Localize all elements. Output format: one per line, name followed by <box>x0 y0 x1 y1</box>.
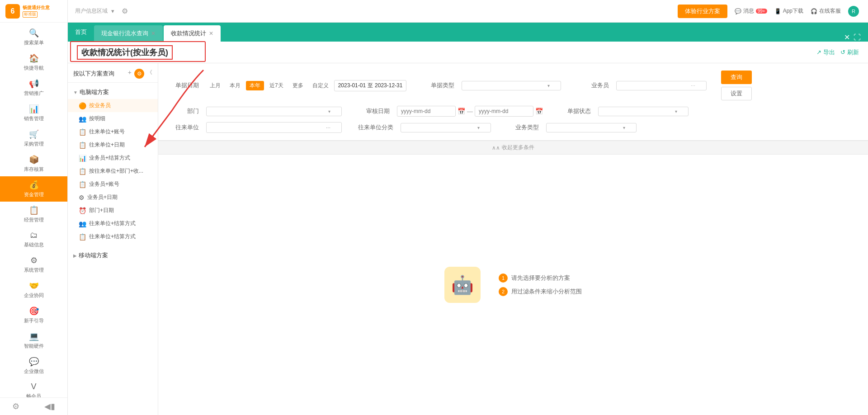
audit-date-from[interactable] <box>397 106 456 117</box>
sidebar-item-finance[interactable]: 💰 资金管理 <box>0 176 67 202</box>
sidebar-item-purchase[interactable]: 🛒 采购管理 <box>0 126 67 151</box>
tab-bank-query[interactable]: 现金银行流水查询 ✕ <box>94 25 163 42</box>
tab-bar-close-all-btn[interactable]: ✕ <box>844 33 850 42</box>
scheme-partner-settlement-2[interactable]: 📋 往来单位+结算方式 <box>68 230 158 243</box>
scheme-partner-settlement-1[interactable]: 👥 往来单位+结算方式 <box>68 217 158 230</box>
partner-more-btn[interactable]: ··· <box>326 124 330 131</box>
date-tab-more[interactable]: 更多 <box>289 81 307 90</box>
sidebar-nav: 🔍 搜索菜单 🏠 快捷导航 📢 营销推广 📊 销售管理 🛒 采购管理 📦 库存核… <box>0 23 67 397</box>
sidebar-settings-btn[interactable]: ⚙ <box>12 401 19 411</box>
message-btn[interactable]: 💬 消息 99+ <box>735 7 767 15</box>
biz-type-select[interactable]: ▾ <box>546 123 637 132</box>
audit-date-to-calendar-icon[interactable]: 📅 <box>535 108 543 115</box>
scheme-dd-icon: ⏰ <box>79 207 86 214</box>
tab-bar: 首页 现金银行流水查询 ✕ 收款情况统计 ✕ ✕ ⛶ <box>68 23 868 42</box>
scheme-partner-account[interactable]: 📋 往来单位+账号 <box>68 125 158 138</box>
mobile-section-label: 移动端方案 <box>79 251 108 259</box>
date-tab-thisyear[interactable]: 本年 <box>246 81 264 90</box>
online-service-btn[interactable]: 🎧 在线客服 <box>811 7 841 15</box>
scheme-sa-icon: 📋 <box>79 181 86 188</box>
tab-close-collection[interactable]: ✕ <box>209 30 213 37</box>
scheme-dept-date[interactable]: ⏰ 部门+日期 <box>68 204 158 217</box>
tab-collection-stats[interactable]: 收款情况统计 ✕ <box>164 25 221 42</box>
tab-home[interactable]: 首页 <box>68 23 94 42</box>
sidebar-item-hardware[interactable]: 💻 智能硬件 <box>0 328 67 353</box>
date-to: 2023-12-31 <box>375 82 402 89</box>
marketing-icon: 📢 <box>29 79 39 89</box>
partner-type-select[interactable]: ▾ <box>401 123 491 132</box>
audit-date-to[interactable] <box>475 106 533 117</box>
top-header: 用户信息区域 ▾ ⚙ 体验行业方案 💬 消息 99+ 📱 App下载 🎧 在线客… <box>68 0 868 23</box>
salesman-select[interactable]: ⋯ <box>616 81 707 90</box>
main-content: 用户信息区域 ▾ ⚙ 体验行业方案 💬 消息 99+ 📱 App下载 🎧 在线客… <box>68 0 868 415</box>
sidebar-item-enterprise[interactable]: 🤝 企业协同 <box>0 277 67 302</box>
trial-btn[interactable]: 体验行业方案 <box>678 5 727 18</box>
doc-type-select[interactable]: ▾ <box>462 81 561 90</box>
sidebar-item-sales[interactable]: 📊 销售管理 <box>0 100 67 126</box>
sidebar-item-basic[interactable]: 🗂 基础信息 <box>0 227 67 252</box>
app-download-btn[interactable]: 📱 App下载 <box>774 7 803 15</box>
sidebar-item-member[interactable]: V 畅会员 <box>0 378 67 397</box>
sidebar-item-newguide[interactable]: 🎯 新手引导 <box>0 302 67 328</box>
scheme-partner-date[interactable]: 📋 往来单位+日期 <box>68 138 158 151</box>
user-name-display[interactable]: R <box>848 6 861 17</box>
date-label: 单据日期 <box>167 81 199 90</box>
scheme-by-detail[interactable]: 👥 按明细 <box>68 112 158 125</box>
date-tab-7days[interactable]: 近7天 <box>266 81 287 90</box>
date-tab-custom[interactable]: 自定义 <box>309 81 332 90</box>
scheme-salesman-date[interactable]: ⚙ 业务员+日期 <box>68 191 158 204</box>
tab-close-bank[interactable]: ✕ <box>151 30 156 37</box>
scheme-pa-icon: 📋 <box>79 128 86 136</box>
tab-bar-maximize-btn[interactable]: ⛶ <box>854 33 861 42</box>
home-icon: 🏠 <box>29 53 39 63</box>
desktop-schemes-section: ▼ 电脑端方案 🟠 按业务员 👥 按明细 📋 往来单位+账号 <box>68 83 158 246</box>
scheme-settings-btn[interactable]: ⚙ <box>134 69 144 79</box>
desktop-section-label: 电脑端方案 <box>80 88 109 96</box>
header-left: 用户信息区域 ▾ ⚙ <box>75 7 128 15</box>
scheme-salesman-account[interactable]: 📋 业务员+账号 <box>68 178 158 191</box>
doc-type-dropdown-icon: ▾ <box>547 83 550 88</box>
doc-status-label: 单据状态 <box>559 107 591 115</box>
finance-icon: 💰 <box>29 180 39 190</box>
sidebar-item-quicknav[interactable]: 🏠 快捷导航 <box>0 50 67 75</box>
sidebar-item-operation[interactable]: 📋 经营管理 <box>0 202 67 227</box>
mobile-section-header[interactable]: ▶ 移动端方案 <box>68 249 158 262</box>
sidebar-item-inventory[interactable]: 📦 库存核算 <box>0 151 67 176</box>
biz-type-label: 业务类型 <box>507 123 539 132</box>
page-header-actions: ↗ 导出 ↺ 刷新 <box>816 48 859 57</box>
filter-settings-btn[interactable]: 设置 <box>721 87 752 100</box>
page-title: 收款情况统计(按业务员) <box>77 45 173 60</box>
export-btn[interactable]: ↗ 导出 <box>816 48 835 57</box>
add-scheme-btn[interactable]: + <box>128 69 132 79</box>
partner-select[interactable]: ··· <box>206 122 342 133</box>
sidebar-item-wechat[interactable]: 💬 企业微信 <box>0 353 67 378</box>
audit-date-from-calendar-icon[interactable]: 📅 <box>458 108 465 115</box>
header-settings-icon[interactable]: ⚙ <box>122 7 128 15</box>
collapse-icon: ∧∧ <box>492 145 500 151</box>
header-dropdown-btn[interactable]: ▾ <box>111 8 114 14</box>
collapse-bar[interactable]: ∧∧ 收起更多条件 <box>158 141 868 155</box>
doc-status-select[interactable]: ▾ <box>598 107 689 116</box>
date-tab-lastmonth[interactable]: 上月 <box>206 81 224 90</box>
refresh-btn[interactable]: ↺ 刷新 <box>840 48 859 57</box>
mobile-tree-arrow: ▶ <box>73 253 77 258</box>
sidebar-item-search[interactable]: 🔍 搜索菜单 <box>0 24 67 50</box>
date-tab-thismonth[interactable]: 本月 <box>226 81 244 90</box>
scheme-ps1-icon: 👥 <box>79 220 86 227</box>
member-icon: V <box>31 382 36 391</box>
scheme-active-icon: 🟠 <box>79 102 86 109</box>
panel-collapse-btn[interactable]: 《 <box>147 69 152 79</box>
wechat-icon: 💬 <box>29 357 39 367</box>
system-icon: ⚙ <box>30 255 38 265</box>
sidebar-collapse-btn[interactable]: ◀▮ <box>44 401 55 411</box>
scheme-salesman-settlement[interactable]: 📊 业务员+结算方式 <box>68 151 158 165</box>
sidebar-item-system[interactable]: ⚙ 系统管理 <box>0 252 67 277</box>
scheme-partner-dept-collection[interactable]: 📋 按往来单位+部门+收... <box>68 165 158 178</box>
logo-area: 6 畅捷通好生意 标准版 <box>0 0 67 23</box>
desktop-section-header[interactable]: ▼ 电脑端方案 <box>68 85 158 99</box>
scheme-by-salesman[interactable]: 🟠 按业务员 <box>68 99 158 112</box>
sidebar-item-marketing[interactable]: 📢 营销推广 <box>0 75 67 100</box>
dept-select[interactable]: ▾ <box>206 107 342 116</box>
query-btn[interactable]: 查询 <box>721 71 752 84</box>
filter-row-3: 往来单位 ··· 往来单位分类 ▾ 业务类型 <box>167 122 859 133</box>
